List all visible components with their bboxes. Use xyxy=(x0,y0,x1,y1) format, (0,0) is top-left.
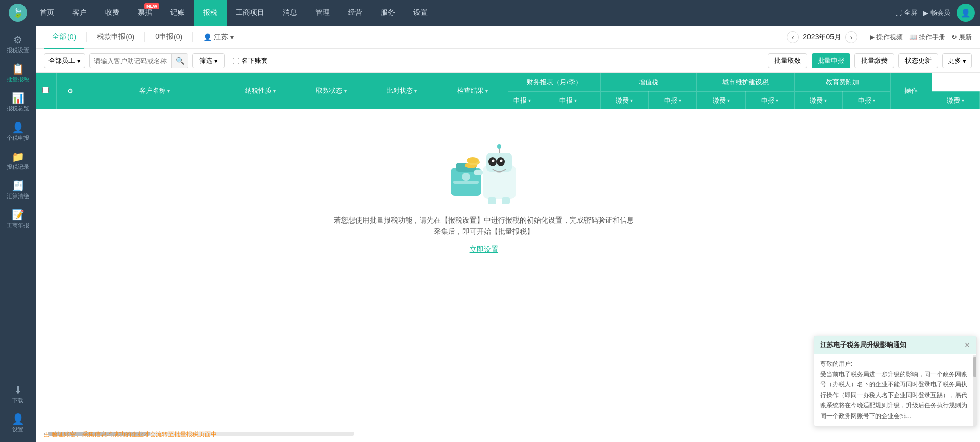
sidebar-label: 批量报税 xyxy=(7,76,29,83)
th-vat: 增值税 xyxy=(600,73,696,91)
sidebar-icon: 📁 xyxy=(12,152,24,162)
sidebar-icon: 👤 xyxy=(12,122,24,133)
fullscreen-btn[interactable]: ⛶ 全屏 xyxy=(895,8,917,17)
batch-pay-btn[interactable]: 批量缴费 xyxy=(854,53,894,68)
more-btn[interactable]: 更多 ▾ xyxy=(942,53,972,68)
search-button[interactable]: 🔍 xyxy=(172,53,188,68)
th-operation: 操作 xyxy=(891,73,932,109)
search-input[interactable] xyxy=(90,57,172,65)
nav-item-工商项目[interactable]: 工商项目 xyxy=(227,0,274,26)
notification-close-btn[interactable]: ✕ xyxy=(964,341,970,349)
sidebar-item-报税设置[interactable]: ⚙报税设置 xyxy=(0,30,36,59)
sidebar-item-报税记录[interactable]: 📁报税记录 xyxy=(0,146,36,176)
sidebar-label: 工商年报 xyxy=(7,222,29,229)
sidebar-item-汇算清缴[interactable]: 🧾汇算清缴 xyxy=(0,176,36,205)
subaccount-checkbox-label[interactable]: 名下账套 xyxy=(233,56,268,65)
operation-video-link[interactable]: ▶ 操作视频 xyxy=(870,33,903,42)
refresh-link[interactable]: ↻ 展新 xyxy=(951,33,972,42)
region-selector[interactable]: 👤 江苏 ▾ xyxy=(203,33,234,42)
manual-icon: 📖 xyxy=(909,33,917,41)
nav-item-消息[interactable]: 消息 xyxy=(274,0,306,26)
th-client-name: 客户名称▾ xyxy=(85,73,225,109)
batch-declare-btn[interactable]: 批量申报 xyxy=(812,53,850,68)
sidebar-item-报税总览[interactable]: 📊报税总览 xyxy=(0,88,36,117)
tab-divider-1 xyxy=(86,32,87,42)
nav-item-报税[interactable]: 报税 xyxy=(194,0,227,26)
nav-item-客户[interactable]: 客户 xyxy=(63,0,96,26)
next-month-btn[interactable]: › xyxy=(845,31,857,43)
nav-items: 首页客户收费票据NEW记账报税工商项目消息管理经营服务设置 xyxy=(31,0,895,26)
notification-body: 尊敬的用户: 受当前电子税务局进一步升级的影响，同一个政务网账号（办税人）名下的… xyxy=(814,354,976,426)
notification-header: 江苏电子税务局升级影响通知 ✕ xyxy=(814,336,976,354)
filter-icon-check: ▾ xyxy=(485,88,488,94)
sidebar: ⚙报税设置📋批量报税📊报税总览👤个税申报📁报税记录🧾汇算清缴📝工商年报⬇下载👤设… xyxy=(0,26,36,442)
sidebar-item-个税申报[interactable]: 👤个税申报 xyxy=(0,117,36,146)
filter-button[interactable]: 筛选 ▾ xyxy=(192,53,225,68)
nav-item-管理[interactable]: 管理 xyxy=(306,0,339,26)
sidebar-label: 报税总览 xyxy=(7,105,29,112)
region-icon: 👤 xyxy=(203,33,212,41)
svg-rect-15 xyxy=(474,170,483,175)
sidebar-bottom-item-设置[interactable]: 👤设置 xyxy=(10,409,27,438)
svg-rect-16 xyxy=(488,197,496,204)
data-table: ⚙ 客户名称▾ 纳税性质▾ 取数状态▾ 比对状态▾ xyxy=(36,73,980,285)
current-date: 2023年05月 xyxy=(803,33,841,42)
sidebar-label: 个税申报 xyxy=(7,135,29,141)
vip-icon: ▶ xyxy=(923,9,928,17)
nav-item-收费[interactable]: 收费 xyxy=(96,0,129,26)
prev-month-btn[interactable]: ‹ xyxy=(787,31,799,43)
toolbar: 全部员工 ▾ 🔍 筛选 ▾ 名下账套 批量取数 批量申报 批量缴费 状态更新 xyxy=(36,49,980,73)
notification-scrollbar xyxy=(973,355,976,426)
empty-state-text: 若您想使用批量报税功能，请先在【报税设置】中进行报税的初始化设置，完成密码验证和… xyxy=(331,214,637,237)
top-navigation: 🍃 首页客户收费票据NEW记账报税工商项目消息管理经营服务设置 ⛶ 全屏 ▶ 畅… xyxy=(0,0,980,26)
fullscreen-icon: ⛶ xyxy=(895,9,902,17)
subaccount-checkbox[interactable] xyxy=(233,58,239,64)
nav-item-服务[interactable]: 服务 xyxy=(372,0,404,26)
sidebar-bottom-icon: ⬇ xyxy=(14,385,22,395)
operation-manual-link[interactable]: 📖 操作手册 xyxy=(909,33,945,42)
toolbar-right-actions: 批量取数 批量申报 批量缴费 状态更新 更多 ▾ xyxy=(768,53,972,68)
warning-text: 验证账密、采集信息均成功的企业才会流转至批量报税页面中 xyxy=(52,430,217,439)
tab-all[interactable]: 全部(0) xyxy=(44,26,84,49)
nav-right-actions: ⛶ 全屏 ▶ 畅会员 👤 xyxy=(895,4,975,22)
nav-item-记账[interactable]: 记账 xyxy=(161,0,194,26)
th-edu-pay: 缴费▾ xyxy=(794,91,842,109)
th-checkbox xyxy=(36,73,56,109)
tab-bar: 全部(0) 税款申报(0) 0申报(0) 👤 江苏 ▾ ‹ 2023年05月 › xyxy=(36,26,980,49)
sidebar-item-批量报税[interactable]: 📋批量报税 xyxy=(0,59,36,88)
nav-item-票据[interactable]: 票据NEW xyxy=(129,0,161,26)
nav-item-设置[interactable]: 设置 xyxy=(404,0,437,26)
th-vat-declare: 申报▾ xyxy=(536,91,600,109)
nav-item-经营[interactable]: 经营 xyxy=(339,0,372,26)
select-all-checkbox[interactable] xyxy=(42,87,49,93)
th-gear: ⚙ xyxy=(56,73,85,109)
nav-badge-票据: NEW xyxy=(144,3,159,9)
svg-point-2 xyxy=(462,173,470,181)
th-edu-surcharge-pay: 缴费▾ xyxy=(932,91,979,109)
th-check-result: 检查结果▾ xyxy=(437,73,508,109)
th-vat-pay: 缴费▾ xyxy=(600,91,648,109)
nav-item-首页[interactable]: 首页 xyxy=(31,0,63,26)
th-financial-declare: 申报▾ xyxy=(508,91,536,109)
empty-state-row: 若您想使用批量报税功能，请先在【报税设置】中进行报税的初始化设置，完成密码验证和… xyxy=(36,109,980,285)
setup-link[interactable]: 立即设置 xyxy=(470,245,498,254)
warning-icon: ⚠ xyxy=(44,431,50,438)
sidebar-label: 报税设置 xyxy=(7,47,29,54)
sidebar-bottom-item-下载[interactable]: ⬇下载 xyxy=(10,380,27,409)
vip-btn[interactable]: ▶ 畅会员 xyxy=(923,8,950,17)
batch-fetch-btn[interactable]: 批量取数 xyxy=(768,53,807,68)
th-tax-type: 纳税性质▾ xyxy=(225,73,296,109)
th-education-surcharge: 教育费附加 xyxy=(794,73,890,91)
video-icon: ▶ xyxy=(870,33,875,41)
th-city-declare: 申报▾ xyxy=(648,91,696,109)
tab-divider-3 xyxy=(192,32,193,42)
tab-zero-declare[interactable]: 0申报(0) xyxy=(147,26,190,49)
status-update-btn[interactable]: 状态更新 xyxy=(898,53,938,68)
sidebar-item-工商年报[interactable]: 📝工商年报 xyxy=(0,205,36,234)
employee-selector[interactable]: 全部员工 ▾ xyxy=(44,53,85,68)
user-avatar[interactable]: 👤 xyxy=(957,4,975,22)
tab-tax-declare[interactable]: 税款申报(0) xyxy=(89,26,142,49)
app-logo[interactable]: 🍃 xyxy=(5,0,31,26)
sidebar-label: 报税记录 xyxy=(7,164,29,170)
sidebar-icon: 📊 xyxy=(12,93,24,103)
